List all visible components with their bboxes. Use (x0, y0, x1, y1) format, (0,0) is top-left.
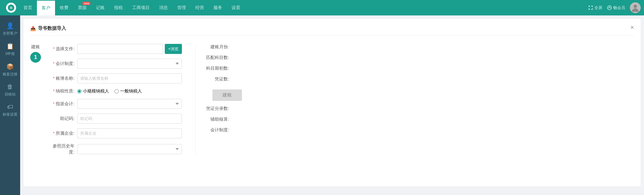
file-row: 选择文件: +浏览 (48, 44, 182, 54)
nav-item-services[interactable]: 服务 (209, 0, 227, 15)
top-navigation: 首页 客户 收费 票据 new 记账 报税 工商项目 消息 管理 经营 服务 设… (0, 0, 644, 15)
panel-title: 导爷数据导入 (38, 25, 66, 31)
ledger-name-row: 账簿名称: (48, 73, 182, 83)
sidebar-item-trash[interactable]: 🗑 回收站 (0, 80, 20, 100)
file-input[interactable] (77, 44, 163, 54)
fullscreen-button[interactable]: 全屏 (588, 5, 602, 11)
form-left: 建账 1 选择文件: +浏览 (30, 44, 182, 155)
reference-year-label: 参照历史年度: (48, 143, 75, 155)
member-button[interactable]: 畅会员 (607, 5, 625, 11)
tax-type-row: 纳税性质: 小规模纳税人 一般纳税人 (48, 88, 182, 94)
match-subjects-row: 匹配科目数: (202, 55, 269, 61)
main-layout: 👤 全部客户 📋 0申报 📦 账套迁移 🗑 回收站 🏷 标签设置 📥 导爷数据导… (0, 15, 644, 195)
nav-item-customers[interactable]: 客户 (37, 0, 55, 15)
voucher-count-row: 凭证数: (202, 76, 269, 82)
accounting-system-row: 会计制度: (48, 59, 182, 69)
tax-general-radio[interactable] (114, 89, 119, 93)
migration-icon: 📦 (6, 63, 14, 70)
accounting-system-select[interactable] (77, 59, 182, 69)
content-area: 📥 导爷数据导入 × 建账 1 (20, 15, 644, 195)
avatar-icon (630, 2, 641, 13)
nav-right: 全屏 畅会员 (588, 2, 641, 13)
tax-type-small[interactable]: 小规模纳税人 (77, 88, 109, 94)
file-label: 选择文件: (48, 46, 75, 52)
auxiliary-row: 辅助核算: (202, 116, 269, 122)
svg-point-4 (634, 5, 637, 8)
subject-initial-row: 科目期初数: (202, 65, 269, 71)
sidebar-item-customers[interactable]: 👤 全部客户 (0, 19, 20, 39)
browse-button[interactable]: +浏览 (165, 44, 182, 54)
nav-item-operations[interactable]: 经营 (191, 0, 209, 15)
sidebar-item-tags[interactable]: 🏷 标签设置 (0, 100, 20, 120)
tax-type-label: 纳税性质: (48, 88, 75, 94)
panel-header: 📥 导爷数据导入 (30, 25, 634, 36)
sidebar: 👤 全部客户 📋 0申报 📦 账套迁移 🗑 回收站 🏷 标签设置 (0, 15, 20, 195)
nav-items: 首页 客户 收费 票据 new 记账 报税 工商项目 消息 管理 经营 服务 设… (19, 0, 588, 15)
tax-small-radio[interactable] (77, 89, 82, 93)
build-month-row: 建账月份: (202, 44, 269, 50)
reference-year-select[interactable] (77, 144, 182, 154)
declaration-icon: 📋 (6, 43, 14, 50)
memo-code-input[interactable] (77, 114, 182, 124)
auxiliary-label: 辅助核算: (202, 116, 229, 122)
close-button[interactable]: × (630, 24, 634, 31)
reference-year-row: 参照历史年度: (48, 143, 182, 155)
file-input-group: +浏览 (77, 44, 182, 54)
tax-type-radio-group: 小规模纳税人 一般纳税人 (77, 88, 142, 94)
step-label: 建账 (31, 44, 40, 50)
logo-svg (7, 4, 15, 11)
nav-item-messages[interactable]: 消息 (154, 0, 172, 15)
form-fields: 选择文件: +浏览 会计制度: (48, 44, 182, 155)
logo-icon (6, 3, 16, 13)
build-month-label: 建账月份: (202, 44, 229, 50)
customers-icon: 👤 (6, 22, 14, 29)
memo-code-label: 助记码: (48, 116, 75, 122)
panel-title-icon: 📥 (30, 26, 36, 31)
voucher-count-label: 凭证数: (202, 76, 229, 82)
nav-item-home[interactable]: 首页 (19, 0, 37, 15)
form-layout: 建账 1 选择文件: +浏览 (30, 44, 634, 155)
sidebar-item-declaration[interactable]: 📋 0申报 (0, 39, 20, 60)
owner-company-input[interactable] (77, 128, 182, 138)
panel: 📥 导爷数据导入 × 建账 1 (23, 19, 641, 186)
nav-item-management[interactable]: 管理 (172, 0, 191, 15)
nav-item-fees[interactable]: 收费 (55, 0, 73, 15)
logo[interactable] (3, 0, 19, 15)
member-icon (607, 5, 612, 10)
avatar[interactable] (630, 2, 641, 13)
nav-item-business[interactable]: 工商项目 (128, 0, 154, 15)
info-accounting-system-row: 会计制度: (202, 127, 269, 133)
ledger-name-label: 账簿名称: (48, 75, 75, 81)
sidebar-item-migration[interactable]: 📦 账套迁移 (0, 60, 20, 80)
assign-accountant-select[interactable] (77, 99, 182, 109)
nav-item-bookkeeping[interactable]: 记账 (91, 0, 109, 15)
owner-company-label: 所属企业: (48, 130, 75, 136)
match-subjects-label: 匹配科目数: (202, 55, 229, 61)
tag-icon: 🏷 (7, 104, 13, 111)
subject-initial-label: 科目期初数: (202, 65, 229, 71)
nav-item-settings[interactable]: 设置 (227, 0, 245, 15)
accounting-system-label: 会计制度: (48, 61, 75, 67)
voucher-entries-row: 凭证分录数: (202, 106, 269, 112)
nav-item-invoices[interactable]: 票据 new (73, 0, 91, 15)
form-right: 建账月份: 匹配科目数: 科目期初数: 凭证数: (195, 44, 269, 155)
ledger-name-input[interactable] (77, 73, 182, 83)
step-indicator: 建账 1 (30, 44, 41, 155)
owner-company-row: 所属企业: (48, 128, 182, 138)
assign-accountant-label: 指派会计: (48, 101, 75, 107)
assign-accountant-row: 指派会计: (48, 99, 182, 109)
info-accounting-system-label: 会计制度: (202, 127, 229, 133)
trash-icon: 🗑 (7, 83, 13, 90)
tax-type-general[interactable]: 一般纳税人 (114, 88, 142, 94)
svg-point-1 (607, 6, 611, 10)
build-button[interactable]: 建账 (212, 89, 242, 101)
svg-point-2 (609, 7, 610, 8)
fullscreen-icon (588, 5, 593, 10)
voucher-entries-label: 凭证分录数: (202, 106, 229, 112)
step-circle: 1 (30, 52, 41, 63)
memo-code-row: 助记码: (48, 114, 182, 124)
new-badge: new (83, 2, 90, 5)
nav-item-tax[interactable]: 报税 (109, 0, 128, 15)
